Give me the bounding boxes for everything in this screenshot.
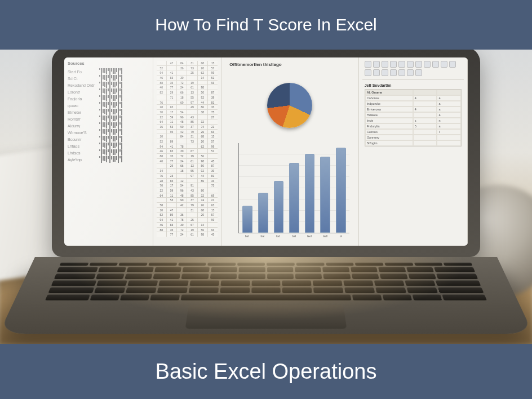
mini-table-cell: Gonrsmv [365,135,413,140]
screen-charts-panel: Offitmemortlen thisllago bslballodballeo… [221,57,358,246]
pie-chart-area [225,70,354,140]
key [60,263,89,266]
key [282,287,312,293]
key [412,295,442,301]
mini-table-cell: Srfogtin [365,140,413,146]
key [148,263,177,266]
key [374,280,405,286]
trackpad [185,305,347,329]
key [180,295,351,301]
left-panel-row-label: Rekodand Ordr [68,83,97,87]
keyboard-row [51,280,481,286]
mini-table-cell: a [437,123,461,129]
laptop-lid: Sources Start FoSd.CtRekodand OrdrLdront… [52,50,480,257]
key [127,280,158,286]
ribbon-icon [449,61,456,68]
left-panel-row-label: Lhfaos [68,144,97,148]
left-panel-row-sparkline [99,149,149,156]
hero-image: Sources Start FoSd.CtRekodand OrdrLdront… [0,50,532,344]
mini-table-cell: c [413,118,437,123]
bottom-banner-title: Basic Excel Operations [156,360,377,384]
key [295,267,321,273]
screen-left-panel: Sources Start FoSd.CtRekodand OrdrLdront… [64,57,153,246]
key [90,295,119,301]
ribbon-icons [362,60,464,80]
key [296,263,325,266]
key [351,267,378,273]
left-panel-row: Aldurry [68,122,149,129]
keyboard-row [48,287,484,293]
key [126,267,154,273]
left-panel-row: Bcounrr [68,136,149,143]
ribbon-icon [382,61,388,68]
key [154,267,181,273]
left-panel-row-sparkline [99,95,149,102]
key [343,280,373,286]
key [408,273,436,279]
key [51,280,97,286]
mini-table-cell: Incle [365,118,413,123]
key [375,287,406,293]
left-panel-header: Sources [68,61,149,66]
left-panel-row: Elmeter [68,109,149,116]
key [326,263,354,266]
ribbon-icon [373,61,380,68]
keyboard-row [54,273,478,279]
mini-table-header [437,90,461,95]
left-panel-row-sparkline [99,75,149,82]
right-mini-table: Al. OrseneCahonse4aIndporukeaEntveroea4a… [365,89,462,147]
key [384,263,413,266]
mini-table-cell [413,101,437,107]
pie-chart [267,83,312,128]
key [352,273,379,279]
laptop: Sources Start FoSd.CtRekodand OrdrLdront… [52,50,480,344]
key [267,263,295,266]
key [414,263,443,266]
key [406,287,437,293]
keyboard-row [57,267,475,273]
key [120,295,150,301]
left-panel-row-sparkline [99,156,149,163]
ribbon-icon [365,61,371,68]
left-panel-row-sparkline [99,68,149,75]
left-panel-row: Faglorla [68,95,149,102]
mini-table-header: Al. Orsene [365,90,413,95]
mini-table-cell: n [437,118,461,123]
keyboard [45,263,487,300]
left-panel-row-sparkline [99,116,149,122]
mini-table-cell: Cotroes [365,129,413,135]
key [210,273,237,279]
ribbon-icon [382,69,388,76]
key [344,287,375,293]
mini-table-cell: 4 [413,95,437,101]
key [355,263,384,266]
key [178,263,206,266]
key [251,280,281,286]
left-panel-row-sparkline [99,143,149,149]
mini-table-cell [413,112,437,118]
left-panel-row: Rekodand Ordr [68,82,149,88]
left-panel-row-label: Bcounrr [68,138,97,141]
bar [320,157,330,233]
mini-table-cell: a [437,95,461,101]
key [119,263,148,266]
key [153,273,180,279]
mini-table-cell: Entveroea [365,107,413,112]
ribbon-icon [390,61,397,68]
key [434,267,475,273]
top-banner-title: How To Find T Score In Excel [155,15,377,34]
key [436,273,478,279]
key [313,287,343,293]
key [322,267,349,273]
key [188,287,218,293]
key [267,267,294,273]
left-panel-row-sparkline [99,122,149,129]
key [352,295,382,301]
mini-table-cell: Fndurylta [365,123,413,129]
key [313,280,343,286]
key [323,273,351,279]
left-panel-row: Romsrr [68,116,149,122]
left-panel-row-sparkline [99,129,149,136]
key [211,267,237,273]
ribbon-icon [424,61,431,68]
